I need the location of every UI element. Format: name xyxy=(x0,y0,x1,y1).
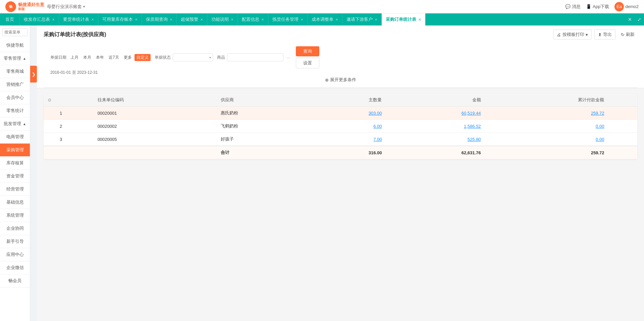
col-settings-icon[interactable]: ⚙ xyxy=(48,98,52,103)
tab-yaohuo-close[interactable]: ✕ xyxy=(91,18,94,21)
app-download-button[interactable]: 📱 App下载 xyxy=(586,4,609,10)
sidebar-item-member2[interactable]: 畅会员 xyxy=(0,274,30,287)
shortcut-this-year[interactable]: 本年 xyxy=(94,54,106,61)
goods-search-input[interactable] xyxy=(227,53,283,61)
quick-nav-label: 快捷导航 xyxy=(6,42,24,48)
tab-kuyongliang[interactable]: 可用量库存账本 ✕ xyxy=(98,13,142,25)
tab-jianhuo[interactable]: 拣货任务管理 ✕ xyxy=(268,13,308,25)
user-area[interactable]: Ea demo2 xyxy=(614,2,639,11)
sidebar-item-system[interactable]: 系统管理 xyxy=(0,209,30,222)
page-title: 采购订单统计表(按供应商) xyxy=(44,31,106,38)
custom-date-badge[interactable]: 自定义 xyxy=(135,54,151,61)
table-row: 2 00020002 飞鹤奶粉 6.00 1,586.52 xyxy=(44,120,637,133)
export-button[interactable]: ⬆ 导出 xyxy=(594,30,615,40)
tab-baozhi[interactable]: 保质期查询 ✕ xyxy=(142,13,177,25)
row3-supplier-cell: 好孩子 xyxy=(217,133,309,146)
workspace-selector[interactable]: 母婴行业演示账套 ▾ xyxy=(47,4,85,10)
logo-abbr: 畅 xyxy=(9,5,12,8)
sidebar-item-wholesale[interactable]: 批发管理 ▲ xyxy=(0,117,30,130)
tab-chengben[interactable]: 成本调整单 ✕ xyxy=(308,13,342,25)
tab-yaoqing-close[interactable]: ✕ xyxy=(375,18,377,21)
sidebar-item-purchase[interactable]: 采购管理 xyxy=(0,144,30,157)
sidebar-item-newbie[interactable]: 新手引导 xyxy=(0,235,30,248)
tab-jianhuo-close[interactable]: ✕ xyxy=(301,18,303,21)
tab-baozhi-close[interactable]: ✕ xyxy=(170,18,172,21)
sidebar-item-enterprise[interactable]: 企业协同 xyxy=(0,222,30,235)
sidebar-item-retail-mall[interactable]: 零售商城 xyxy=(0,65,30,78)
tab-close-all-button[interactable]: ✕ xyxy=(625,13,635,25)
sidebar-ecommerce-label: 电商管理 xyxy=(6,134,24,140)
logo-icon: 畅 xyxy=(5,1,16,12)
col-index-header xyxy=(56,94,94,107)
row1-qty-cell[interactable]: 303.00 xyxy=(309,107,386,120)
status-select[interactable] xyxy=(173,53,213,61)
tab-caigou-close[interactable]: ✕ xyxy=(418,18,421,21)
sidebar-item-basics[interactable]: 基础信息 xyxy=(0,196,30,209)
collapse-icon: ❯ xyxy=(32,72,36,77)
tab-peizhi-close[interactable]: ✕ xyxy=(261,18,264,21)
tab-expand-button[interactable]: ⤢ xyxy=(635,13,644,25)
footer-paid-cell: 259.72 xyxy=(485,146,608,159)
refresh-button[interactable]: ↻ 刷新 xyxy=(618,30,637,39)
template-print-arrow-icon: ▾ xyxy=(586,32,588,37)
sidebar-collapse-button[interactable]: ❯ xyxy=(30,66,37,83)
tab-chaochu-close[interactable]: ✕ xyxy=(200,18,203,21)
shortcut-last-month[interactable]: 上月 xyxy=(68,54,80,61)
sidebar-member-label: 会员中心 xyxy=(6,95,24,101)
download-icon: 📱 xyxy=(586,4,591,9)
row3-paid-cell[interactable]: 0.00 xyxy=(485,133,608,146)
row2-index-cell: 2 xyxy=(56,120,94,133)
row3-qty-cell[interactable]: 7.00 xyxy=(309,133,386,146)
query-button[interactable]: 查询 xyxy=(296,46,319,56)
sidebar-item-inventory[interactable]: 库存核算 xyxy=(0,157,30,170)
row2-amount-cell[interactable]: 1,586.52 xyxy=(386,120,485,133)
tab-gongneng-close[interactable]: ✕ xyxy=(231,18,233,21)
sidebar-item-operations[interactable]: 经营管理 xyxy=(0,183,30,196)
tab-chengben-close[interactable]: ✕ xyxy=(335,18,338,21)
tab-jianhuo-label: 拣货任务管理 xyxy=(272,16,299,22)
sidebar-item-member[interactable]: 会员中心 xyxy=(0,91,30,104)
sidebar-item-ecommerce[interactable]: 电商管理 xyxy=(0,130,30,144)
export-icon: ⬆ xyxy=(598,32,602,37)
tab-yaoqing[interactable]: 邀请下游客户 ✕ xyxy=(342,13,382,25)
expand-more-button[interactable]: ⊕ 展开更多条件 xyxy=(325,77,356,83)
row3-amount-cell[interactable]: 525.80 xyxy=(386,133,485,146)
sidebar-item-quick-nav[interactable]: 快捷导航 xyxy=(0,39,30,52)
row1-amount-cell[interactable]: 60,519.44 xyxy=(386,107,485,120)
tab-shoufacun-close[interactable]: ✕ xyxy=(52,18,55,21)
tab-shoufacun[interactable]: 收发存汇总表 ✕ xyxy=(20,13,59,25)
sidebar-item-finance[interactable]: 资金管理 xyxy=(0,170,30,183)
tab-caigou-active[interactable]: 采购订单统计表 ✕ xyxy=(382,13,425,25)
sidebar-search-area xyxy=(0,25,30,39)
footer-qty-cell: 316.00 xyxy=(309,146,386,159)
col-qty-header: 主数量 xyxy=(309,94,386,107)
sidebar-item-retail-stats[interactable]: 零售统计 xyxy=(0,104,30,117)
sidebar-item-marketing[interactable]: 营销推广 xyxy=(0,78,30,91)
row2-extra-cell xyxy=(608,120,637,133)
shortcut-this-month[interactable]: 本月 xyxy=(81,54,93,61)
sidebar-item-retail-mgmt[interactable]: 零售管理 ▲ xyxy=(0,52,30,65)
avatar: Ea xyxy=(614,2,624,11)
tab-yaohuo[interactable]: 要货单统计表 ✕ xyxy=(59,13,98,25)
tab-gongneng[interactable]: 功能说明 ✕ xyxy=(207,13,238,25)
row2-qty-cell[interactable]: 6.00 xyxy=(309,120,386,133)
sidebar-item-wechat[interactable]: 企业微信 xyxy=(0,261,30,274)
filter-area: 单据日期 上月 本月 本年 近7天 更多 自定义 单据状态 xyxy=(44,43,637,88)
tab-peizhi[interactable]: 配置信息 ✕ xyxy=(238,13,268,25)
tab-home[interactable]: 首页 xyxy=(0,13,20,25)
message-button[interactable]: 💬 消息 xyxy=(565,4,581,10)
template-print-button[interactable]: 🖨 按模板打印 ▾ xyxy=(553,30,592,40)
tab-kuyongliang-close[interactable]: ✕ xyxy=(135,18,138,21)
goods-more-button[interactable]: ··· xyxy=(285,55,292,60)
footer-settings-cell xyxy=(44,146,56,159)
sidebar-item-appcenter[interactable]: 应用中心 xyxy=(0,248,30,261)
shortcut-last-7-days[interactable]: 近7天 xyxy=(107,54,121,61)
search-input[interactable] xyxy=(2,28,28,36)
message-icon: 💬 xyxy=(565,4,571,9)
row2-paid-cell[interactable]: 0.00 xyxy=(485,120,608,133)
filter-row-1: 单据日期 上月 本月 本年 近7天 更多 自定义 单据状态 xyxy=(50,46,631,68)
settings-button[interactable]: 设置 xyxy=(296,58,319,68)
shortcut-more[interactable]: 更多 xyxy=(122,54,134,61)
tab-chaochu[interactable]: 超储预警 ✕ xyxy=(177,13,207,25)
row1-paid-cell[interactable]: 259.72 xyxy=(485,107,608,120)
